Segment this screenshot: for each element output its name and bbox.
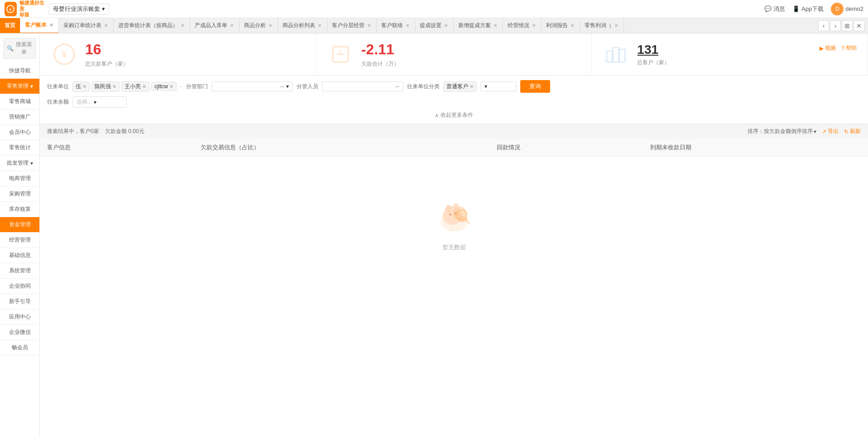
balance-label: 往来余额: [47, 98, 69, 106]
avatar: D: [831, 3, 844, 15]
tab-improve-settings[interactable]: 提成设置 ✕: [415, 18, 454, 33]
sidebar-item-system[interactable]: 系统管理: [0, 263, 39, 279]
unit-tag-close-2[interactable]: ✕: [142, 84, 146, 90]
tab-close-improve-settings[interactable]: ✕: [443, 23, 449, 28]
tab-close-customer-segment[interactable]: ✕: [366, 23, 372, 28]
unit-tag-2[interactable]: 王小亮 ✕: [121, 81, 149, 92]
results-bar-right: 排序：按欠款金额倒序排序 ▾ ↗ 导出 ↻ 刷新: [748, 128, 861, 135]
tab-customer-segment[interactable]: 客户分层经营 ✕: [327, 18, 377, 33]
unit-tag-1[interactable]: 陈民强 ✕: [91, 81, 120, 92]
tab-accounts[interactable]: 客户账本 ✕: [20, 18, 59, 33]
tab-close-production[interactable]: ✕: [229, 23, 235, 28]
tab-goods-analysis-list[interactable]: 商品分析列表 ✕: [278, 18, 327, 33]
sidebar-item-operation[interactable]: 经营管理: [0, 233, 39, 248]
tab-profit-report[interactable]: 利润报告 ✕: [542, 18, 580, 33]
sidebar-search-btn[interactable]: 🔍 搜索菜单: [4, 38, 36, 59]
video-link[interactable]: ▶ 视频: [820, 44, 836, 52]
tab-new-improve[interactable]: 新增提成方案 ✕: [454, 18, 503, 33]
tab-close-accounts[interactable]: ✕: [48, 22, 54, 28]
tab-purchase-orders[interactable]: 采购订单统计表 ✕: [59, 18, 114, 33]
tab-close-customer-contact[interactable]: ✕: [405, 23, 410, 28]
sidebar-item-finance[interactable]: 资金管理: [0, 217, 39, 233]
tab-close-new-improve[interactable]: ✕: [493, 23, 498, 28]
tab-home[interactable]: 首页: [0, 18, 20, 33]
unit-tag-close-1[interactable]: ✕: [112, 84, 116, 90]
app-download-btn[interactable]: 📱 App下载: [792, 5, 824, 13]
sidebar-item-new-guide[interactable]: 新手引导: [0, 294, 39, 309]
person-label: 分管人员: [297, 83, 318, 90]
sidebar-item-retail-mall[interactable]: 零售商城: [0, 94, 39, 109]
tab-expand-btn[interactable]: ⊞: [842, 20, 853, 31]
tab-customer-contact[interactable]: 客户联络 ✕: [377, 18, 415, 33]
messages-btn[interactable]: 💬 消息: [764, 5, 785, 13]
empty-state: 暂无数据: [40, 157, 868, 288]
stat-label-total: 总客户（家）: [637, 59, 670, 66]
refresh-btn[interactable]: ↻ 刷新: [844, 128, 861, 135]
sidebar-item-marketing[interactable]: 营销推广: [0, 109, 39, 125]
dept-select[interactable]: ··· ▾: [211, 81, 293, 91]
unit-tag-0[interactable]: 伍 ✕: [72, 81, 90, 92]
sidebar-item-vip-member[interactable]: 畅会员: [0, 340, 39, 356]
empty-text: 暂无数据: [442, 243, 466, 252]
sidebar: 🔍 搜索菜单 快捷导航 零售管理 ▾ 零售商城 营销推广 会员中心 零售统计 批…: [0, 33, 40, 437]
sidebar-item-retail-stats[interactable]: 零售统计: [0, 140, 39, 156]
unit-tags: 伍 ✕ 陈民强 ✕ 王小亮 ✕ cjttcw ✕ ···: [72, 81, 182, 92]
col-debt-info: 欠款交易信息（占比）: [193, 139, 489, 157]
unit-class-select[interactable]: ▾: [480, 81, 517, 91]
tab-retail-profit[interactable]: 零售利润（ ✕: [580, 18, 624, 33]
unit-tag-3[interactable]: cjttcw ✕: [151, 82, 177, 91]
sidebar-item-enterprise[interactable]: 企业协同: [0, 279, 39, 294]
tab-next-btn[interactable]: ›: [830, 20, 841, 31]
tab-close-all-btn[interactable]: ✕: [854, 20, 864, 31]
tab-production[interactable]: 产成品入库单 ✕: [190, 18, 240, 33]
collapse-button[interactable]: ∧ 收起更多条件: [435, 111, 473, 119]
company-selector[interactable]: 母婴行业演示账套 ▾: [49, 4, 109, 14]
sidebar-item-inventory[interactable]: 库存核算: [0, 202, 39, 217]
sidebar-item-member[interactable]: 会员中心: [0, 125, 39, 140]
sidebar-item-wholesale[interactable]: 批发管理 ▾: [0, 156, 39, 171]
logo: ¥ 畅捷通好生意 标版: [5, 0, 44, 18]
stat-icon-total: [603, 41, 630, 68]
stat-card-actions: ▶ 视频 ? 帮助: [820, 41, 857, 52]
results-summary: 搜索结果中，客户0家 欠款金额 0.00元: [47, 128, 144, 135]
query-button[interactable]: 查询: [520, 80, 550, 93]
svg-text:¥: ¥: [62, 49, 67, 59]
tab-operation-status[interactable]: 经营情况 ✕: [503, 18, 542, 33]
unit-tag-close-3[interactable]: ✕: [169, 84, 173, 90]
unit-class-tag-0[interactable]: 普通客户 ✕: [443, 81, 477, 92]
stat-info-total: 131 总客户（家）: [637, 42, 670, 67]
unit-tag-close-0[interactable]: ✕: [82, 84, 86, 90]
tab-close-goods-analysis[interactable]: ✕: [268, 23, 273, 28]
filter-row-2: 往来余额 选择... ▾: [47, 96, 861, 108]
tab-goods-analysis[interactable]: 商品分析 ✕: [240, 18, 278, 33]
balance-select[interactable]: 选择... ▾: [72, 96, 127, 108]
stat-card-total: 131 总客户（家） ▶ 视频 ? 帮助: [592, 33, 868, 75]
tab-close-profit-report[interactable]: ✕: [570, 23, 575, 28]
tab-close-operation-status[interactable]: ✕: [531, 23, 537, 28]
tab-close-retail-profit[interactable]: ✕: [614, 23, 619, 28]
main-layout: 🔍 搜索菜单 快捷导航 零售管理 ▾ 零售商城 营销推广 会员中心 零售统计 批…: [0, 33, 868, 437]
filter-area: 往来单位 伍 ✕ 陈民强 ✕ 王小亮 ✕ cjttcw: [40, 76, 868, 124]
sidebar-item-basic-info[interactable]: 基础信息: [0, 248, 39, 263]
tab-close-goods-analysis-list[interactable]: ✕: [317, 23, 322, 28]
sort-select[interactable]: 排序：按欠款金额倒序排序 ▾: [748, 128, 816, 135]
person-select[interactable]: ···: [322, 81, 403, 91]
tab-prev-btn[interactable]: ‹: [818, 20, 829, 31]
sidebar-item-app-center[interactable]: 应用中心: [0, 309, 39, 325]
user-menu[interactable]: D demo2: [831, 3, 863, 15]
help-link[interactable]: ? 帮助: [841, 44, 857, 52]
tab-close-stock-stats[interactable]: ✕: [180, 23, 185, 28]
tab-stock-stats[interactable]: 进货单统计表（按商品） ✕: [114, 18, 190, 33]
table-area: 客户信息 欠款交易信息（占比） 回款情况 到期未收款日期: [40, 139, 868, 437]
unit-class-tag-close-0[interactable]: ✕: [470, 84, 474, 90]
export-btn[interactable]: ↗ 导出: [822, 128, 839, 135]
sidebar-item-retail[interactable]: 零售管理 ▾: [0, 79, 39, 94]
unit-tag-more[interactable]: ···: [178, 84, 182, 89]
sidebar-item-quick-nav[interactable]: 快捷导航: [0, 63, 39, 79]
tab-close-purchase-orders[interactable]: ✕: [103, 23, 109, 28]
sidebar-item-purchase[interactable]: 采购管理: [0, 186, 39, 202]
data-table: 客户信息 欠款交易信息（占比） 回款情况 到期未收款日期: [40, 139, 868, 288]
sidebar-item-ecommerce[interactable]: 电商管理: [0, 171, 39, 186]
sidebar-item-enterprise-wechat[interactable]: 企业微信: [0, 325, 39, 340]
sidebar-search-area: 🔍 搜索菜单: [0, 33, 39, 63]
